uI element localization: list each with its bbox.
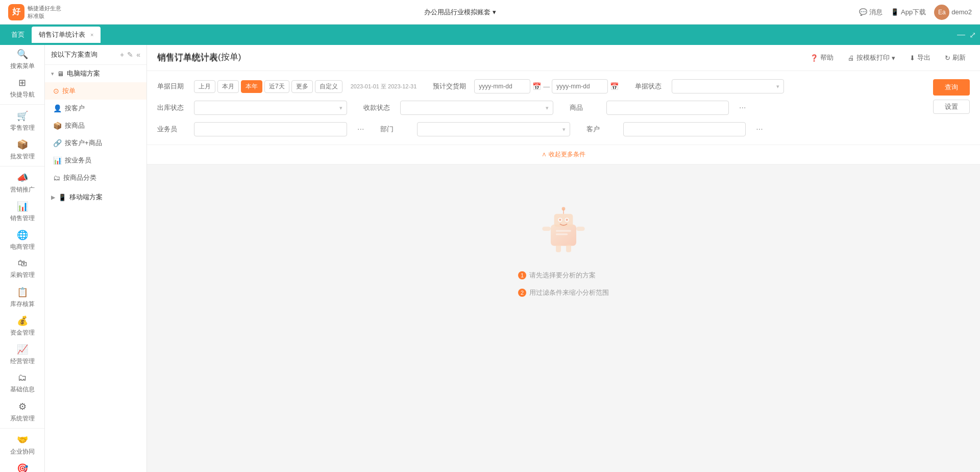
- sidebar-item-newbie[interactable]: 🎯 新手引导: [0, 459, 44, 472]
- left-panel-header: 按以下方案查询 + ✎ «: [45, 45, 146, 65]
- expected-date-start[interactable]: [474, 79, 530, 93]
- by-salesperson-icon: 📊: [53, 156, 62, 164]
- payment-chevron-icon: ▾: [546, 105, 549, 111]
- tab-sales-stats[interactable]: 销售订单统计表 ×: [32, 27, 101, 43]
- filter-area: 单据日期 上月 本月 本年 近7天 更多 自定义 2023-01-01 至 20…: [147, 71, 980, 145]
- date-btn-more[interactable]: 更多: [291, 80, 313, 93]
- by-customer-icon: 👤: [53, 104, 62, 112]
- tree-chevron-icon: ▾: [51, 70, 54, 77]
- tab-close-icon[interactable]: ×: [90, 32, 93, 38]
- salesperson-more-icon[interactable]: ···: [357, 125, 364, 134]
- sidebar-item-operation[interactable]: 📈 经营管理: [0, 340, 44, 369]
- tree-node-by-order[interactable]: ⊙ 按单: [45, 82, 146, 100]
- app-download-action[interactable]: 📱 App下载: [891, 8, 926, 17]
- query-button[interactable]: 查询: [933, 79, 970, 96]
- help-icon: ❓: [810, 54, 818, 62]
- desktop-scheme-label: 电脑端方案: [67, 69, 100, 78]
- svg-point-11: [562, 207, 566, 210]
- topbar-right: 💬 消息 📱 App下载 Ea demo2: [859, 5, 972, 20]
- sidebar-item-finance[interactable]: 💰 资金管理: [0, 312, 44, 340]
- by-customer-goods-label: 按客户+商品: [65, 138, 140, 148]
- purchase-icon: 🛍: [18, 258, 27, 269]
- by-goods-icon: 📦: [53, 122, 62, 130]
- refresh-btn[interactable]: ↻ 刷新: [941, 51, 970, 64]
- settings-button[interactable]: 设置: [933, 100, 970, 114]
- tab-maximize-icon[interactable]: ⤢: [969, 30, 976, 40]
- svg-rect-7: [576, 227, 585, 231]
- operation-icon: 📈: [17, 344, 28, 355]
- content-area: 按以下方案查询 + ✎ « ▾ 🖥 电脑端方案 ⊙ 按单 👤 按客户: [45, 45, 980, 472]
- message-label: 消息: [869, 8, 883, 17]
- customer-more-icon[interactable]: ···: [756, 125, 763, 134]
- date-btn-this-month[interactable]: 本月: [217, 80, 239, 93]
- status-select[interactable]: ▾: [672, 79, 784, 93]
- collapse-bar[interactable]: ∧ 收起更多条件: [147, 145, 980, 164]
- edit-scheme-icon[interactable]: ✎: [127, 51, 133, 59]
- date-btn-custom[interactable]: 自定义: [315, 80, 342, 93]
- sidebar-item-wholesale[interactable]: 📦 批发管理: [0, 135, 44, 164]
- avatar: Ea: [934, 5, 949, 20]
- by-order-icon: ⊙: [53, 87, 59, 95]
- company-name: 办公用品行业模拟账套: [424, 8, 491, 17]
- tree-node-by-goods[interactable]: 📦 按商品: [45, 117, 146, 134]
- finance-icon: 💰: [17, 315, 28, 326]
- sidebar-item-base[interactable]: 🗂 基础信息: [0, 369, 44, 397]
- tree-parent-mobile: ▶ 📱 移动端方案: [45, 188, 146, 206]
- empty-state: 1 请先选择要分析的方案 2 用过滤条件来缩小分析范围: [147, 164, 980, 340]
- export-btn[interactable]: ⬇ 导出: [905, 51, 935, 64]
- date-btn-last-month[interactable]: 上月: [194, 80, 215, 93]
- tree-node-by-customer-goods[interactable]: 🔗 按客户+商品: [45, 134, 146, 152]
- base-icon: 🗂: [18, 372, 27, 383]
- salesperson-input[interactable]: [194, 122, 347, 136]
- tab-home[interactable]: 首页: [4, 27, 32, 43]
- tree-node-by-category[interactable]: 🗂 按商品分类: [45, 169, 146, 186]
- goods-more-icon[interactable]: ···: [739, 103, 746, 112]
- chevron-down-icon: ▾: [493, 8, 496, 16]
- tab-home-label: 首页: [11, 30, 24, 39]
- payment-select[interactable]: ▾: [400, 101, 553, 115]
- sidebar-purchase-label: 采购管理: [10, 271, 35, 279]
- date-btn-this-year[interactable]: 本年: [241, 80, 262, 93]
- sidebar-item-marketing[interactable]: 📣 营销推广: [0, 169, 44, 197]
- goods-input[interactable]: [606, 101, 729, 115]
- add-scheme-icon[interactable]: +: [120, 51, 124, 59]
- tree-node-by-salesperson[interactable]: 📊 按业务员: [45, 152, 146, 169]
- sidebar-item-retail[interactable]: 🛒 零售管理: [0, 107, 44, 135]
- sidebar-ecommerce-label: 电商管理: [10, 243, 35, 251]
- sidebar-item-sales[interactable]: 📊 销售管理: [0, 197, 44, 226]
- department-select[interactable]: ▾: [417, 122, 570, 136]
- sidebar-item-ecommerce[interactable]: 🌐 电商管理: [0, 226, 44, 254]
- sidebar-item-enterprise[interactable]: 🤝 企业协同: [0, 431, 44, 459]
- shipment-label: 出库状态: [157, 103, 186, 112]
- tab-minimize-icon[interactable]: —: [957, 30, 965, 39]
- sidebar-item-system[interactable]: ⚙ 系统管理: [0, 397, 44, 426]
- sidebar-item-purchase[interactable]: 🛍 采购管理: [0, 254, 44, 283]
- collapse-panel-icon[interactable]: «: [136, 51, 140, 59]
- shipment-select[interactable]: ▾: [194, 101, 347, 115]
- empty-tip-1: 1 请先选择要分析的方案: [518, 269, 609, 282]
- expected-date-end[interactable]: [552, 79, 608, 93]
- query-btn-group: 查询 设置: [933, 79, 970, 114]
- sidebar-item-inventory[interactable]: 📋 库存核算: [0, 283, 44, 312]
- topbar-center: 办公用品行业模拟账套 ▾: [61, 8, 859, 17]
- sidebar-item-quick-nav[interactable]: ⊞ 快捷导航: [0, 74, 44, 102]
- refresh-label: 刷新: [952, 53, 966, 62]
- tree-node-by-customer[interactable]: 👤 按客户: [45, 100, 146, 117]
- user-action[interactable]: Ea demo2: [934, 5, 972, 20]
- sidebar-item-search[interactable]: 🔍 搜索菜单: [0, 45, 44, 74]
- status-chevron-icon: ▾: [776, 83, 779, 90]
- sidebar-operation-label: 经营管理: [10, 357, 35, 366]
- customer-input[interactable]: [623, 122, 746, 136]
- desktop-scheme-icon: 🖥: [57, 70, 64, 78]
- help-btn[interactable]: ❓ 帮助: [806, 51, 838, 64]
- print-btn[interactable]: 🖨 按模板打印 ▾: [844, 51, 899, 64]
- user-name: demo2: [951, 8, 972, 16]
- company-selector[interactable]: 办公用品行业模拟账套 ▾: [424, 8, 496, 17]
- message-action[interactable]: 💬 消息: [859, 8, 883, 17]
- mobile-chevron-icon: ▶: [51, 194, 55, 201]
- left-panel-title: 按以下方案查询: [51, 50, 97, 59]
- empty-tip-1-text: 请先选择要分析的方案: [529, 269, 596, 282]
- calendar-icon-1: 📅: [532, 82, 541, 90]
- date-btn-7days[interactable]: 近7天: [264, 80, 289, 93]
- sidebar-retail-label: 零售管理: [10, 124, 35, 132]
